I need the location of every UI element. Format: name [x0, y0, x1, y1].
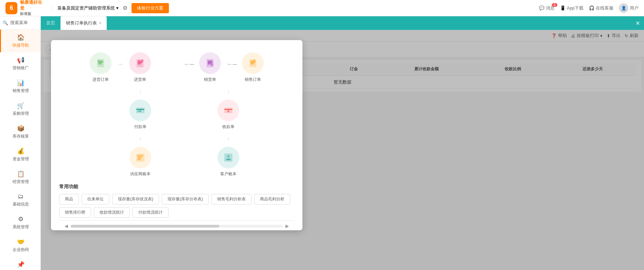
svg-rect-0: [97, 59, 104, 67]
flow-item-purchase-order[interactable]: 进货订单: [86, 48, 116, 87]
func-btn-stock-status[interactable]: 现存量(库存状况表): [112, 194, 159, 204]
sidebar-item-finance[interactable]: 💰 资金管理: [0, 143, 40, 166]
purchase-label: 进货单: [134, 77, 146, 83]
top-divider: [52, 5, 52, 12]
purchase-icon: [129, 52, 151, 74]
flow-right-col: ↓ ¥ 收款单 ↓: [213, 87, 243, 181]
purchase-order-icon: [90, 52, 111, 74]
func-btn-product[interactable]: 商品: [59, 194, 79, 204]
logo-text: 畅康通好生意 标准版: [20, 0, 46, 16]
flow-arrow-down-3: ↓: [139, 135, 142, 141]
settings-icon[interactable]: ⚙: [123, 5, 127, 11]
user-menu[interactable]: 👤 用户: [619, 3, 639, 13]
phone-icon: 📱: [560, 5, 565, 11]
sidebar-item-finance-label: 资金管理: [13, 156, 29, 162]
func-btn-sales-rank[interactable]: 销售排行榜: [59, 207, 91, 218]
svg-text:¥: ¥: [139, 109, 141, 112]
online-service-label: 在线客服: [596, 5, 613, 11]
message-icon: 💬: [539, 5, 544, 11]
tab-home[interactable]: 首页: [41, 16, 60, 30]
logo-sub: 标准版: [20, 11, 46, 16]
tab-sales-order-label: 销售订单执行表: [66, 20, 97, 26]
sidebar-item-purchase-label: 采购管理: [13, 111, 29, 116]
app-download-label: App下载: [567, 5, 584, 11]
flow-diagram-container: 进货订单 → 进货单: [59, 48, 294, 181]
flow-arrow-down-4: ↓: [227, 135, 230, 141]
sidebar-item-basic[interactable]: 🗂 基础信息: [0, 189, 40, 211]
main-area: 🔍 搜索菜单 🏠 快捷导航 📢 营销推广 📊 销售管理 🛒 采购管理 📦: [0, 16, 644, 270]
sidebar-item-system-label: 系统管理: [13, 224, 29, 230]
sidebar-item-basic-label: 基础信息: [13, 201, 29, 207]
receipt-label: 收款单: [222, 124, 234, 130]
purchase-icon: 🛒: [17, 102, 24, 109]
common-functions: 常用功能 商品 往来单位 现存量(库存状况表) 现存量(库存分布表) 销售毛利分…: [59, 184, 294, 218]
tab-bar: 首页 销售订单执行表 × ✕: [41, 16, 644, 30]
svg-text:¥: ¥: [227, 109, 229, 113]
avatar: 👤: [619, 3, 628, 13]
svg-rect-5: [249, 59, 256, 67]
system-icon: ⚙: [18, 215, 23, 223]
flow-arrow-dashed-2: ←·····: [225, 60, 238, 68]
sidebar-item-quicknav[interactable]: 🏠 快捷导航: [0, 30, 40, 52]
func-btn-receipt-stats[interactable]: 收款情况统计: [94, 207, 130, 218]
sidebar: 🔍 搜索菜单 🏠 快捷导航 📢 营销推广 📊 销售管理 🛒 采购管理 📦: [0, 16, 41, 270]
svg-rect-4: [211, 63, 213, 66]
scroll-thumb[interactable]: [71, 225, 219, 228]
sales-order-icon: [242, 52, 264, 74]
system-name-dropdown[interactable]: 装备及固定资产辅助管理系统 ▾: [57, 5, 119, 11]
tab-bar-close-btn[interactable]: ✕: [636, 20, 640, 26]
trial-button[interactable]: 体验行业方案: [132, 3, 169, 13]
top-bar: 6 畅康通好生意 标准版 装备及固定资产辅助管理系统 ▾ ⚙ 体验行业方案 💬 …: [0, 0, 644, 16]
receipt-icon: ¥: [217, 100, 239, 121]
sidebar-item-sales[interactable]: 📊 销售管理: [0, 75, 40, 98]
common-functions-title: 常用功能: [59, 184, 294, 190]
app-container: 6 畅康通好生意 标准版 装备及固定资产辅助管理系统 ▾ ⚙ 体验行业方案 💬 …: [0, 0, 644, 270]
scroll-left-arrow[interactable]: ◀: [65, 223, 68, 229]
tab-sales-order[interactable]: 销售订单执行表 ×: [60, 16, 107, 30]
sales-icon-circle: [199, 52, 221, 74]
flow-item-customer-account[interactable]: 客户账本: [213, 143, 243, 181]
flow-item-receipt[interactable]: ¥ 收款单: [213, 95, 243, 134]
flow-arrow-down-2: ↓: [227, 88, 230, 94]
flow-item-sales[interactable]: 销货单: [195, 48, 225, 87]
finance-icon: 💰: [17, 147, 24, 155]
tab-home-label: 首页: [46, 20, 55, 26]
online-service-btn[interactable]: 🎧 在线客服: [589, 5, 613, 11]
flow-item-payment[interactable]: ¥ 付款单: [125, 95, 155, 134]
func-btn-payment-stats[interactable]: 付款情况统计: [133, 207, 169, 218]
tab-close-icon[interactable]: ×: [99, 21, 101, 25]
func-btn-contacts[interactable]: 往来单位: [82, 194, 109, 204]
flow-item-supplier-account[interactable]: 供应商账本: [125, 143, 155, 181]
logo-icon: 6: [5, 2, 17, 14]
sidebar-item-operation-label: 经营管理: [13, 179, 29, 185]
scroll-track: [71, 225, 283, 228]
sidebar-item-purchase[interactable]: 🛒 采购管理: [0, 98, 40, 121]
flow-item-sales-order[interactable]: 销售订单: [238, 48, 268, 87]
guide-icon: 📌: [17, 261, 24, 268]
purchase-order-label: 进货订单: [92, 77, 109, 83]
func-btn-stock-dist[interactable]: 现存量(库存分布表): [162, 194, 209, 204]
sidebar-search-label: 搜索菜单: [10, 20, 28, 26]
func-btn-product-profit[interactable]: 商品毛利分析: [254, 194, 290, 204]
func-btn-sales-analysis[interactable]: 销售毛利分析表: [211, 194, 251, 204]
logo-area: 6 畅康通好生意 标准版: [5, 0, 46, 16]
basic-icon: 🗂: [18, 193, 24, 200]
message-btn[interactable]: 💬 消息 6: [539, 5, 555, 11]
sidebar-item-inventory[interactable]: 📦 库存核算: [0, 121, 40, 143]
flow-top-row: 进货订单 → 进货单: [86, 48, 268, 87]
sidebar-search[interactable]: 🔍 搜索菜单: [0, 16, 40, 30]
popup-overlay: 进货订单 → 进货单: [41, 30, 644, 270]
sidebar-item-operation[interactable]: 📋 经营管理: [0, 166, 40, 189]
sidebar-item-guide[interactable]: 📌 新手引导: [0, 257, 40, 270]
popup-panel: 进货订单 → 进货单: [51, 40, 302, 230]
sidebar-item-collab[interactable]: 🤝 企业协同: [0, 234, 40, 257]
headset-icon: 🎧: [589, 5, 594, 11]
sidebar-item-system[interactable]: ⚙ 系统管理: [0, 211, 40, 234]
logo-main: 畅康通好生意: [20, 0, 46, 11]
sidebar-item-marketing[interactable]: 📢 营销推广: [0, 52, 40, 75]
supplier-account-label: 供应商账本: [130, 171, 151, 177]
app-download-btn[interactable]: 📱 App下载: [560, 5, 584, 11]
scroll-right-arrow[interactable]: ▶: [285, 223, 289, 229]
flow-item-purchase[interactable]: 进货单: [125, 48, 155, 87]
system-name-label: 装备及固定资产辅助管理系统: [57, 5, 115, 11]
